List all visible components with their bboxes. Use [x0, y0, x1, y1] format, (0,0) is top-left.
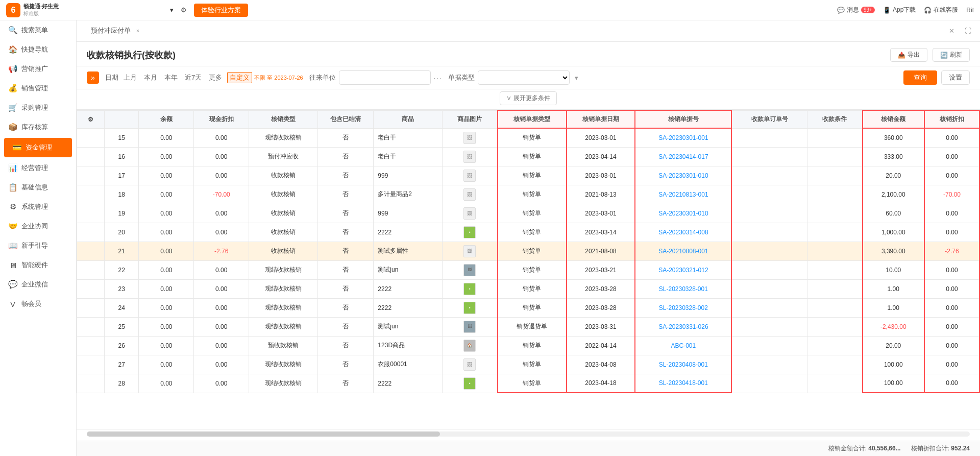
tab-close-prepay-conflict[interactable]: × [134, 27, 142, 35]
cell-rownum: 22 [104, 260, 138, 279]
sidebar-item-vip[interactable]: V畅会员 [0, 294, 76, 314]
query-button[interactable]: 查询 [903, 70, 937, 85]
sidebar-item-enterprise[interactable]: 🤝企业协同 [0, 217, 76, 236]
beginner-icon: 📖 [8, 241, 17, 250]
bill-no-link[interactable]: SA-20210813-001 [658, 191, 708, 198]
sales-mgmt-icon: 💰 [8, 84, 17, 93]
sidebar-item-sales-mgmt[interactable]: 💰销售管理 [0, 79, 76, 98]
cell-cancel-type: 预收款核销 [249, 336, 318, 355]
receipt-type-select[interactable] [478, 70, 570, 85]
sidebar-item-wechat[interactable]: 💬企业微信 [0, 275, 76, 294]
filter-date-item: 日期 上月 本月 本年 近7天 更多 自定义 [105, 72, 252, 83]
refresh-button[interactable]: 🔄 刷新 [933, 48, 970, 62]
bill-no-link[interactable]: SL-20230408-001 [659, 361, 708, 368]
cell-product-image: ▪ [443, 374, 498, 393]
cell-rownum: 20 [104, 223, 138, 242]
bill-no-link[interactable]: SA-20230301-010 [658, 210, 708, 217]
cell-product: 老白干 [374, 147, 443, 166]
sidebar-item-search-menu[interactable]: 🔍搜索菜单 [0, 20, 76, 40]
sidebar-label: 销售管理 [21, 84, 48, 93]
cell-cancel-bill-date: 2023-03-28 [567, 279, 635, 298]
bill-no-link[interactable]: SA-20230301-010 [658, 172, 708, 179]
notification-button[interactable]: 💬 消息 99+ [837, 6, 875, 14]
th-cancel-type: 核销类型 [249, 110, 318, 128]
cell-cancel-bill-date: 2023-03-01 [567, 204, 635, 223]
cell-gear [77, 336, 105, 355]
cell-receipt-condition [807, 147, 863, 166]
filter-setting-button[interactable]: 设置 [941, 70, 970, 85]
cell-rownum: 28 [104, 374, 138, 393]
cell-cancel-bill-no: SA-20230414-017 [635, 147, 731, 166]
sidebar-item-purchase-mgmt[interactable]: 🛒采购管理 [0, 98, 76, 117]
sidebar-item-smart-hw[interactable]: 🖥智能硬件 [0, 255, 76, 275]
trial-button[interactable]: 体验行业方案 [194, 4, 248, 17]
cell-product: 2222 [374, 279, 443, 298]
cell-balance: 0.00 [139, 223, 194, 242]
cell-product: 999 [374, 204, 443, 223]
cell-cancel-bill-no: SA-20230314-008 [635, 223, 731, 242]
cell-product: 123D商品 [374, 336, 443, 355]
date-label: 日期 [105, 73, 118, 82]
filter-bar: » 日期 上月 本月 本年 近7天 更多 自定义 不限 至 2023-07-26… [77, 66, 980, 89]
sidebar-item-quick-nav[interactable]: 🏠快捷导航 [0, 40, 76, 59]
cell-cash-discount: 0.00 [194, 128, 249, 147]
cell-rownum: 21 [104, 242, 138, 260]
date-this-month[interactable]: 本月 [142, 73, 159, 83]
sidebar-item-inventory[interactable]: 📦库存核算 [0, 117, 76, 137]
cell-gear [77, 204, 105, 223]
user-name[interactable]: Rit [966, 7, 974, 14]
cell-rownum: 18 [104, 185, 138, 204]
close-tab-button[interactable]: ✕ [945, 25, 958, 37]
cell-product: 老白干 [374, 128, 443, 147]
bill-no-link[interactable]: SL-20230328-001 [659, 285, 708, 293]
th-product: 商品 [374, 110, 443, 128]
sidebar-item-marketing[interactable]: 📢营销推广 [0, 59, 76, 79]
sidebar-item-fund-mgmt[interactable]: 💳资金管理 [4, 138, 72, 157]
expand-tab-button[interactable]: ⛶ [962, 25, 974, 37]
bill-no-link[interactable]: SA-20230321-012 [658, 267, 708, 274]
date-this-year[interactable]: 本年 [162, 73, 180, 83]
cell-receipt-condition [807, 336, 863, 355]
cell-balance: 0.00 [139, 242, 194, 260]
sidebar-item-beginner[interactable]: 📖新手引导 [0, 236, 76, 255]
data-table: ⚙ 余额 现金折扣 核销类型 包含已结清 商品 商品图片 核销单据类型 核销单据… [77, 110, 980, 393]
expand-more-button[interactable]: ∨ 展开更多条件 [500, 91, 556, 105]
cell-receipt-condition [807, 223, 863, 242]
date-more[interactable]: 更多 [207, 73, 224, 83]
scrollbar-thumb[interactable] [87, 431, 440, 437]
date-7days[interactable]: 近7天 [183, 73, 204, 83]
sidebar-item-operations[interactable]: 📊经营管理 [0, 158, 76, 178]
bill-no-link[interactable]: SA-20230301-001 [658, 134, 708, 141]
bill-no-link[interactable]: SL-20230328-002 [659, 304, 708, 311]
partner-dots[interactable]: ··· [434, 74, 443, 82]
gear-button[interactable]: ⚙ [178, 4, 190, 16]
date-custom[interactable]: 自定义 [227, 72, 252, 83]
cell-receipt-order-no [731, 279, 807, 298]
bill-no-link[interactable]: ABC-001 [671, 342, 696, 349]
app-download-button[interactable]: 📱 App下载 [883, 6, 916, 14]
table-container[interactable]: ⚙ 余额 现金折扣 核销类型 包含已结清 商品 商品图片 核销单据类型 核销单据… [77, 110, 980, 429]
sidebar-item-system-mgmt[interactable]: ⚙系统管理 [0, 197, 76, 217]
date-last-month[interactable]: 上月 [121, 73, 139, 83]
bill-no-link[interactable]: SA-20230331-026 [658, 323, 708, 330]
tab-prepay-conflict[interactable]: 预付冲应付单× [83, 20, 150, 42]
online-service-button[interactable]: 🎧 在线客服 [924, 6, 958, 14]
filter-expand-button[interactable]: » [87, 71, 99, 84]
th-gear[interactable]: ⚙ [77, 110, 105, 128]
bill-no-link[interactable]: SA-20230414-017 [658, 153, 708, 160]
sidebar-item-basic-info[interactable]: 📋基础信息 [0, 178, 76, 197]
bill-no-link[interactable]: SL-20230418-001 [659, 379, 708, 387]
cell-cancel-amount: 10.00 [863, 260, 924, 279]
horizontal-scrollbar[interactable] [87, 431, 970, 437]
cell-include-settled: 否 [318, 336, 374, 355]
partner-input[interactable] [339, 70, 431, 85]
export-button[interactable]: 📤 导出 [890, 48, 927, 62]
cell-gear [77, 260, 105, 279]
cell-cancel-type: 收款核销 [249, 185, 318, 204]
bill-no-link[interactable]: SA-20210808-001 [658, 248, 708, 255]
bill-no-link[interactable]: SA-20230314-008 [658, 229, 708, 236]
cell-cash-discount: 0.00 [194, 279, 249, 298]
cell-cancel-bill-no: SA-20210813-001 [635, 185, 731, 204]
cell-balance: 0.00 [139, 279, 194, 298]
top-bar-dropdown[interactable]: ▾ [170, 6, 174, 14]
